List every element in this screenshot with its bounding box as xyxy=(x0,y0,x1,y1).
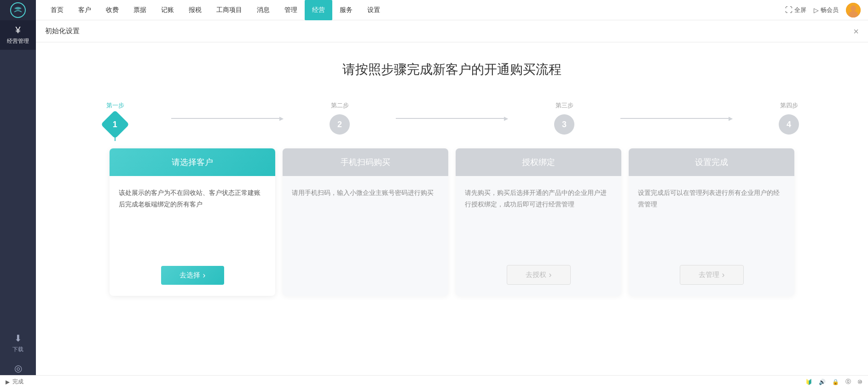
card-4-text: 设置完成后可以在管理列表进行所有企业用户的经营管理 xyxy=(638,189,780,208)
status-left: ▶ 完成 xyxy=(6,378,23,386)
sound-icon: 🔊 xyxy=(819,379,826,385)
card-4-title: 设置完成 xyxy=(695,158,728,167)
step-1-circle: 1 xyxy=(101,110,129,139)
count-0-icon: ⓪ xyxy=(845,378,851,386)
sidebar-download-label: 下载 xyxy=(12,346,23,353)
sidebar-item-download[interactable]: ⬇ 下载 xyxy=(0,328,36,358)
fullscreen-icon: ⛶ xyxy=(785,6,793,14)
step-2-col: 第二步 2 xyxy=(284,101,396,135)
nav-item-home[interactable]: 首页 xyxy=(43,0,71,20)
card-3-text: 请先购买，购买后选择开通的产品中的企业用户进行授权绑定，成功后即可进行经营管理 xyxy=(465,189,607,208)
go-authorize-button[interactable]: 去授权 › xyxy=(507,265,571,285)
card-1-text: 该处展示的客户为不在回收站、客户状态正常建账后完成老板端绑定的所有客户 xyxy=(119,189,260,208)
card-2-body: 请用手机扫码，输入小微企业主账号密码进行购买 xyxy=(283,176,448,277)
step-3-circle: 3 xyxy=(554,114,574,135)
step-2-label: 第二步 xyxy=(331,101,349,110)
nav-item-service[interactable]: 服务 xyxy=(332,0,360,20)
cards-row: 请选择客户 该处展示的客户为不在回收站、客户状态正常建账后完成老板端绑定的所有客… xyxy=(54,148,850,296)
go-authorize-arrow: › xyxy=(549,270,552,280)
arrow-3: ▶ xyxy=(729,115,733,122)
main-wrapper: 初始化设置 × 请按照步骤完成新客户的开通购买流程 第一步 1 ▶ 第二步 xyxy=(36,20,868,388)
content-area: 请按照步骤完成新客户的开通购买流程 第一步 1 ▶ 第二步 2 xyxy=(36,42,868,388)
line-1 xyxy=(171,118,279,119)
card-3-title: 授权绑定 xyxy=(522,158,555,167)
connector-1: ▶ xyxy=(171,101,284,122)
step-1-number: 1 xyxy=(113,119,117,129)
fullscreen-btn[interactable]: ⛶ 全屏 xyxy=(785,6,806,14)
card-2-header: 手机扫码购买 xyxy=(283,148,448,176)
status-right: 🔰 🔊 🔒 ⓪ ⑩ xyxy=(805,378,862,386)
step-4-circle: 4 xyxy=(779,114,799,135)
card-2-text: 请用手机扫码，输入小微企业主账号密码进行购买 xyxy=(292,189,434,196)
top-nav: 首页 客户 收费 票据 记账 报税 工商项目 消息 管理 经营 服务 xyxy=(36,0,868,20)
nav-item-message[interactable]: 消息 xyxy=(249,0,277,20)
go-select-button[interactable]: 去选择 › xyxy=(161,266,224,285)
avatar[interactable] xyxy=(846,3,861,18)
step-2-circle: 2 xyxy=(330,114,350,135)
lock-icon: 🔒 xyxy=(832,379,839,385)
card-3-footer: 去授权 › xyxy=(456,258,621,296)
card-3-header: 授权绑定 xyxy=(456,148,621,176)
page-header: 初始化设置 × xyxy=(36,20,868,42)
card-2-title: 手机扫码购买 xyxy=(341,158,390,167)
nav-item-accounting[interactable]: 记账 xyxy=(154,0,181,20)
go-select-arrow: › xyxy=(203,270,206,280)
step-4-number: 4 xyxy=(787,120,791,129)
close-button[interactable]: × xyxy=(853,27,859,36)
step-1-label: 第一步 xyxy=(106,101,124,110)
card-4-footer: 去管理 › xyxy=(629,258,794,296)
nav-item-tax[interactable]: 报税 xyxy=(181,0,209,20)
member-btn[interactable]: ▷ 畅会员 xyxy=(814,6,839,14)
card-2-footer xyxy=(283,277,448,296)
svg-point-0 xyxy=(11,3,25,18)
nav-item-manage[interactable]: 管理 xyxy=(277,0,305,20)
main-heading: 请按照步骤完成新客户的开通购买流程 xyxy=(54,61,850,78)
step-4-label: 第四步 xyxy=(780,101,798,110)
nav-item-invoice[interactable]: 票据 xyxy=(126,0,154,20)
card-1-body: 该处展示的客户为不在回收站、客户状态正常建账后完成老板端绑定的所有客户 xyxy=(110,176,275,259)
management-icon: ¥ xyxy=(15,25,20,35)
status-text: 完成 xyxy=(12,378,23,386)
nav-item-business[interactable]: 工商项目 xyxy=(209,0,249,20)
support-icon: ◎ xyxy=(14,363,22,374)
download-icon: ⬇ xyxy=(14,333,22,344)
sidebar-item-label: 经营管理 xyxy=(7,37,29,45)
svg-point-2 xyxy=(851,6,856,11)
nav-right: ⛶ 全屏 ▷ 畅会员 xyxy=(785,3,861,18)
play-icon: ▶ xyxy=(6,379,10,385)
card-1-header: 请选择客户 xyxy=(110,148,275,176)
arrow-2: ▶ xyxy=(504,115,508,122)
card-3-body: 请先购买，购买后选择开通的产品中的企业用户进行授权绑定，成功后即可进行经营管理 xyxy=(456,176,621,258)
member-icon: ▷ xyxy=(814,6,819,14)
page-title: 初始化设置 xyxy=(45,27,80,35)
card-1-footer: 去选择 › xyxy=(110,259,275,296)
step-4-col: 第四步 4 xyxy=(733,101,845,135)
go-manage-arrow: › xyxy=(722,270,725,280)
nav-item-settings[interactable]: 设置 xyxy=(360,0,388,20)
card-4-body: 设置完成后可以在管理列表进行所有企业用户的经营管理 xyxy=(629,176,794,258)
card-2: 手机扫码购买 请用手机扫码，输入小微企业主账号密码进行购买 xyxy=(283,148,448,296)
sidebar-logo xyxy=(0,0,36,20)
status-bar: ▶ 完成 🔰 🔊 🔒 ⓪ ⑩ xyxy=(0,375,868,388)
step-3-number: 3 xyxy=(562,120,567,129)
step-3-label: 第三步 xyxy=(556,101,573,110)
card-4-header: 设置完成 xyxy=(629,148,794,176)
connector-3: ▶ xyxy=(620,101,733,122)
card-1-title: 请选择客户 xyxy=(172,158,213,167)
card-4: 设置完成 设置完成后可以在管理列表进行所有企业用户的经营管理 去管理 › xyxy=(629,148,794,296)
shield-status-icon: 🔰 xyxy=(805,379,812,385)
nav-item-customer[interactable]: 客户 xyxy=(71,0,98,20)
arrow-1: ▶ xyxy=(279,115,284,122)
card-1: 请选择客户 该处展示的客户为不在回收站、客户状态正常建账后完成老板端绑定的所有客… xyxy=(110,148,275,296)
line-2 xyxy=(396,118,504,119)
nav-item-operation[interactable]: 经营 xyxy=(305,0,332,20)
step-3-col: 第三步 3 xyxy=(508,101,620,135)
sidebar: ¥ 经营管理 ⬇ 下载 ◎ 客服 xyxy=(0,0,36,388)
step-2-number: 2 xyxy=(337,120,342,129)
connector-2: ▶ xyxy=(396,101,508,122)
line-3 xyxy=(620,118,729,119)
step-1-col: 第一步 1 xyxy=(59,101,171,141)
sidebar-item-management[interactable]: ¥ 经营管理 xyxy=(0,20,36,50)
go-manage-button[interactable]: 去管理 › xyxy=(680,265,744,285)
nav-item-fee[interactable]: 收费 xyxy=(98,0,126,20)
